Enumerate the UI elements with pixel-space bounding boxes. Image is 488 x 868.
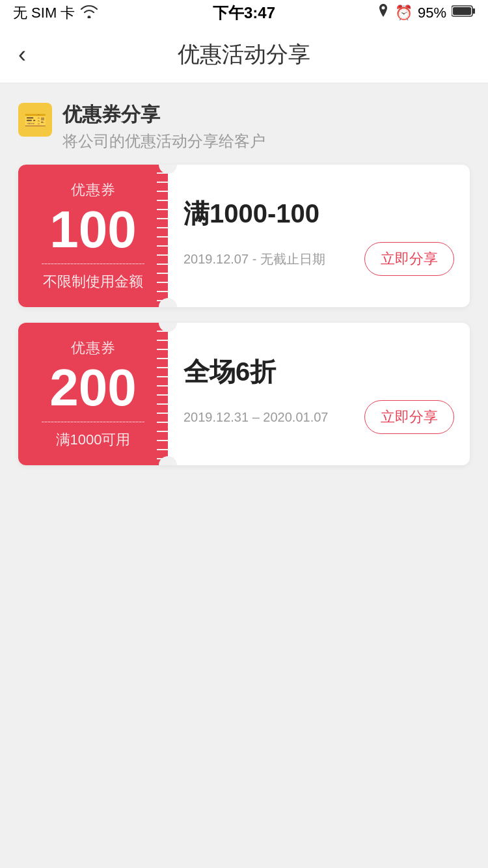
alarm-icon: ⏰ (395, 5, 413, 21)
wifi-icon (80, 4, 98, 22)
status-bar: 无 SIM 卡 下午3:47 ⏰ 95% (0, 0, 488, 26)
signal-text: 无 SIM 卡 (13, 3, 75, 23)
coupon-dates-1: 2019.12.07 - 无截止日期 (183, 251, 325, 268)
coupon-amount-2: 200 (49, 362, 136, 414)
battery-text: 95% (418, 5, 446, 21)
coupon-right-2: 全场6折 2019.12.31 – 2020.01.07 立即分享 (168, 323, 470, 465)
coupon-card-1: 优惠券 100 不限制使用金额 满1000-100 2019.12.07 - 无… (18, 165, 470, 307)
svg-rect-2 (453, 7, 471, 15)
coupon-list: 优惠券 100 不限制使用金额 满1000-100 2019.12.07 - 无… (0, 165, 488, 465)
coupon-divider-1 (42, 264, 144, 264)
coupon-amount-1: 100 (49, 204, 136, 256)
section-title: 优惠券分享 (62, 102, 265, 127)
coupon-condition-2: 满1000可用 (56, 430, 131, 450)
coupon-label-1: 优惠券 (71, 180, 116, 200)
coupon-left-2: 优惠券 200 满1000可用 (18, 323, 168, 465)
section-header: 🎫 优惠券分享 将公司的优惠活动分享给客户 (0, 83, 488, 165)
coupon-dates-2: 2019.12.31 – 2020.01.07 (183, 410, 328, 425)
empty-area (0, 465, 488, 856)
nav-bar: ‹ 优惠活动分享 (0, 26, 488, 83)
coupon-condition-1: 不限制使用金额 (43, 272, 143, 292)
share-button-2[interactable]: 立即分享 (364, 400, 454, 434)
page-title: 优惠活动分享 (178, 40, 310, 70)
coupon-left-1: 优惠券 100 不限制使用金额 (18, 165, 168, 307)
svg-rect-1 (472, 8, 475, 14)
back-button[interactable]: ‹ (18, 41, 26, 68)
coupon-name-1: 满1000-100 (183, 196, 454, 232)
battery-icon (452, 5, 475, 21)
section-subtitle: 将公司的优惠活动分享给客户 (62, 131, 265, 152)
status-left: 无 SIM 卡 (13, 3, 98, 23)
coupon-right-1: 满1000-100 2019.12.07 - 无截止日期 立即分享 (168, 165, 470, 307)
location-icon (377, 4, 390, 22)
coupon-divider-2 (42, 422, 144, 422)
status-right: ⏰ 95% (377, 4, 475, 22)
coupon-label-2: 优惠券 (71, 338, 116, 358)
coupon-name-2: 全场6折 (183, 354, 454, 390)
share-button-1[interactable]: 立即分享 (364, 242, 454, 276)
section-text: 优惠券分享 将公司的优惠活动分享给客户 (62, 102, 265, 152)
coupon-card-2: 优惠券 200 满1000可用 全场6折 2019.12.31 – 2020.0… (18, 323, 470, 465)
coupon-meta-2: 2019.12.31 – 2020.01.07 立即分享 (183, 400, 454, 434)
status-time: 下午3:47 (213, 3, 275, 23)
coupon-meta-1: 2019.12.07 - 无截止日期 立即分享 (183, 242, 454, 276)
section-icon: 🎫 (18, 103, 52, 137)
